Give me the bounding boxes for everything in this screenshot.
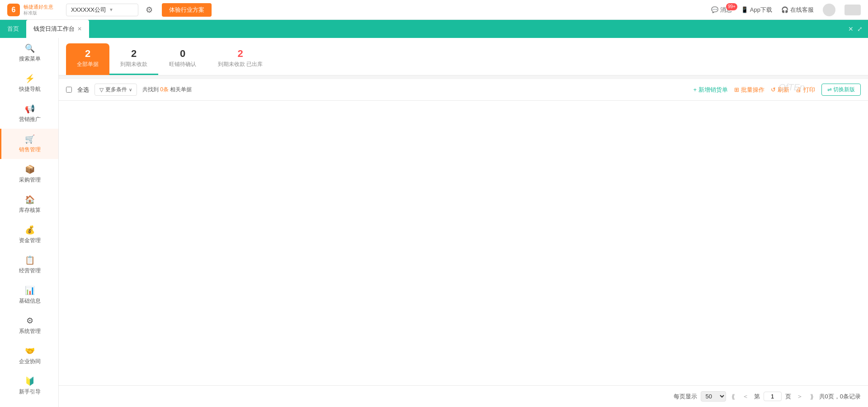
search-icon: 🔍 — [25, 43, 35, 53]
tab-home[interactable]: 首页 — [0, 20, 26, 38]
total-info: 共0页，0条记录 — [819, 393, 861, 401]
finance-icon: 💰 — [25, 225, 35, 235]
filter-arrow-icon: ∨ — [129, 87, 132, 92]
sidebar-item-inventory[interactable]: 🏠 库存核算 — [0, 189, 58, 220]
page-next-icon[interactable]: ＞ — [795, 392, 805, 402]
logo-text: 畅捷通好生意 标准版 — [24, 4, 53, 16]
tab-expand-icon[interactable]: ⤢ — [857, 25, 863, 33]
switch-version-button[interactable]: ⇌ 切换新版 — [821, 84, 861, 96]
sidebar-item-marketing[interactable]: 📢 营销推广 — [0, 98, 58, 129]
download-icon: 📱 — [741, 6, 748, 13]
company-selector[interactable]: XXXXXX公司 ▼ — [66, 4, 138, 16]
pagination-bar: 每页显示 50 20 100 ⟪ ＜ 第 页 ＞ ⟫ 共0页，0条记录 — [59, 385, 868, 407]
sidebar-item-app-center[interactable]: 📱 应用中心 — [0, 401, 58, 407]
stat-tab-wangpu[interactable]: 0 旺铺待确认 — [158, 43, 207, 75]
logo-area: 6 畅捷通好生意 标准版 — [7, 4, 66, 16]
filter-icon: ▽ — [99, 87, 104, 93]
sidebar-item-quick-nav[interactable]: ⚡ 快捷导航 — [0, 68, 58, 98]
stat-tab-overdue-shipped[interactable]: 2 到期未收款 已出库 — [207, 43, 274, 75]
logo-icon: 6 — [7, 4, 20, 16]
chevron-down-icon: ▼ — [109, 7, 113, 12]
tab-minimize-icon[interactable]: ✕ — [848, 25, 854, 33]
tab-bar-actions: ✕ ⤢ — [848, 25, 868, 33]
main-layout: 🔍 搜索菜单 ⚡ 快捷导航 📢 营销推广 🛒 销售管理 📦 采购管理 🏠 库存核… — [0, 38, 868, 407]
print-icon: 🖨 — [796, 86, 802, 93]
service-icon: 🎧 — [781, 6, 788, 13]
settings-button[interactable]: ⚙ — [142, 3, 156, 17]
sidebar-item-basic-info[interactable]: 📊 基础信息 — [0, 280, 58, 310]
page-input[interactable] — [764, 392, 782, 401]
message-icon: 💬 — [711, 6, 718, 13]
switch-icon: ⇌ — [827, 86, 832, 93]
guide-icon: 🔰 — [25, 376, 35, 386]
avatar[interactable] — [823, 4, 835, 16]
online-service-button[interactable]: 🎧 在线客服 — [781, 6, 814, 14]
page-label2: 页 — [785, 393, 791, 401]
stat-tab-all[interactable]: 2 全部单据 — [66, 43, 109, 75]
new-order-button[interactable]: + 新增销货单 — [693, 86, 727, 94]
experience-button[interactable]: 体验行业方案 — [162, 3, 212, 17]
purchase-icon: 📦 — [25, 164, 35, 174]
sidebar-item-search[interactable]: 🔍 搜索菜单 — [0, 38, 58, 68]
app-download-button[interactable]: 📱 App下载 — [741, 6, 772, 14]
sales-icon: 🛒 — [25, 134, 35, 144]
refresh-button[interactable]: ↺ 刷新 — [771, 86, 789, 94]
user-name-placeholder — [844, 5, 861, 15]
top-header: 6 畅捷通好生意 标准版 XXXXXX公司 ▼ ⚙ 体验行业方案 💬 消息 99… — [0, 0, 868, 20]
sidebar-item-sales[interactable]: 🛒 销售管理 — [0, 129, 58, 159]
tab-bar: 首页 钱货日清工作台 ✕ ✕ ⤢ — [0, 20, 868, 38]
found-info: 共找到 0条 相关单据 — [142, 86, 192, 94]
basic-info-icon: 📊 — [25, 285, 35, 295]
sidebar-item-operations[interactable]: 📋 经营管理 — [0, 250, 58, 280]
print-button[interactable]: 🖨 打印 — [796, 86, 815, 94]
per-page-select[interactable]: 50 20 100 — [701, 391, 726, 402]
content-area: 2 全部单据 2 到期未收款 0 旺铺待确认 2 到期未收款 已出库 全选 ▽ … — [59, 38, 868, 407]
toolbar: 全选 ▽ 更多条件 ∨ 共找到 0条 相关单据 + 新增销货单 ⊞ 批量操作 — [59, 79, 868, 101]
sidebar: 🔍 搜索菜单 ⚡ 快捷导航 📢 营销推广 🛒 销售管理 📦 采购管理 🏠 库存核… — [0, 38, 59, 407]
page-first-icon[interactable]: ⟪ — [730, 392, 737, 401]
sidebar-item-purchase[interactable]: 📦 采购管理 — [0, 159, 58, 189]
toolbar-right: + 新增销货单 ⊞ 批量操作 ↺ 刷新 🖨 打印 ⇌ 切换新版 — [693, 84, 861, 96]
company-name: XXXXXX公司 — [71, 6, 106, 14]
stats-tabs: 2 全部单据 2 到期未收款 0 旺铺待确认 2 到期未收款 已出库 — [59, 38, 868, 75]
sidebar-item-enterprise[interactable]: 🤝 企业协同 — [0, 341, 58, 371]
page-label: 第 — [754, 393, 760, 401]
select-all-label: 全选 — [77, 86, 89, 94]
inventory-icon: 🏠 — [25, 195, 35, 205]
more-filter-button[interactable]: ▽ 更多条件 ∨ — [94, 84, 137, 96]
message-button[interactable]: 💬 消息 99+ — [711, 6, 732, 14]
sidebar-item-finance[interactable]: 💰 资金管理 — [0, 220, 58, 250]
quick-nav-icon: ⚡ — [25, 74, 35, 84]
batch-button[interactable]: ⊞ 批量操作 — [734, 86, 764, 94]
tab-close-icon[interactable]: ✕ — [77, 26, 82, 32]
tab-workbench[interactable]: 钱货日清工作台 ✕ — [26, 20, 89, 38]
page-prev-icon[interactable]: ＜ — [741, 392, 750, 402]
message-badge: 99+ — [726, 3, 737, 10]
batch-icon: ⊞ — [734, 86, 739, 93]
header-right: 💬 消息 99+ 📱 App下载 🎧 在线客服 — [711, 4, 861, 16]
table-area — [59, 101, 868, 385]
marketing-icon: 📢 — [25, 104, 35, 114]
operations-icon: 📋 — [25, 255, 35, 265]
select-all-checkbox[interactable] — [66, 87, 72, 93]
sidebar-item-guide[interactable]: 🔰 新手引导 — [0, 371, 58, 401]
per-page-label: 每页显示 — [674, 393, 697, 401]
page-last-icon[interactable]: ⟫ — [808, 392, 816, 401]
enterprise-icon: 🤝 — [25, 346, 35, 356]
stat-tab-overdue[interactable]: 2 到期未收款 — [109, 43, 158, 75]
sidebar-item-system[interactable]: ⚙ 系统管理 — [0, 310, 58, 341]
refresh-icon: ↺ — [771, 86, 776, 93]
system-icon: ⚙ — [26, 316, 33, 326]
